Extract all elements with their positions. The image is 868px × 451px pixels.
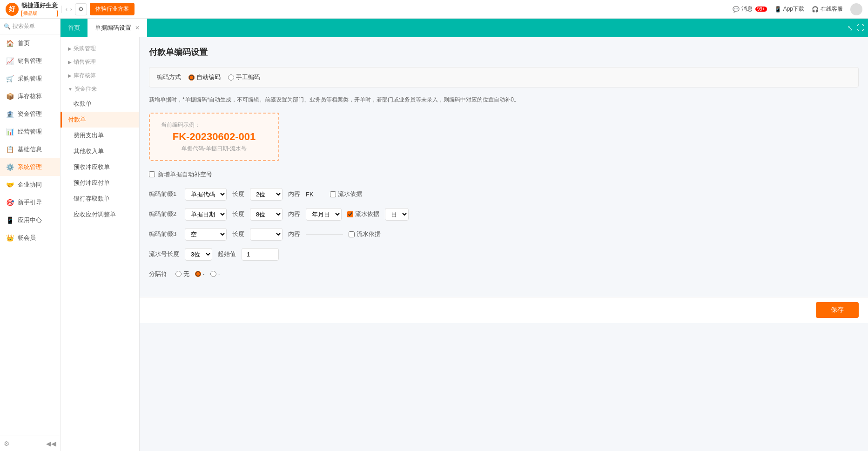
left-nav-other-income[interactable]: 其他收入单 [61, 143, 139, 159]
auto-fill-label: 新增单据自动补空号 [158, 170, 212, 179]
nav-forward[interactable]: › [70, 6, 72, 13]
prefix1-label: 编码前缀1 [149, 190, 179, 198]
code-preview-value: FK-20230602-001 [161, 131, 267, 143]
encoding-label: 编码方式 [157, 73, 181, 81]
length2-select[interactable]: 8位 6位 4位 [250, 208, 283, 221]
sidebar-item-apps[interactable]: 📱 应用中心 [0, 211, 60, 229]
left-nav-expense[interactable]: 费用支出单 [61, 128, 139, 143]
sidebar-item-enterprise[interactable]: 🤝 企业协同 [0, 176, 60, 194]
info-text: 新增单据时，*单据编码*自动生成，不可编辑。前缀设置为部门、业务员等档案类，开单… [149, 95, 859, 105]
sep-dot1-radio[interactable]: · [195, 270, 205, 277]
sidebar-item-finance[interactable]: 🏦 资金管理 [0, 105, 60, 123]
length1-select[interactable]: 2位 4位 6位 [250, 188, 283, 201]
auto-radio-input[interactable] [188, 74, 195, 81]
manual-encoding-radio[interactable]: 手工编码 [228, 73, 260, 81]
sidebar-item-guide[interactable]: 🎯 新手引导 [0, 194, 60, 211]
stream3-checkbox[interactable]: 流水依据 [349, 230, 381, 238]
stream2-checkbox[interactable]: 流水依据 [347, 210, 379, 218]
content2-label: 内容 [288, 210, 300, 218]
service-button[interactable]: 🎧 在线客服 [812, 5, 843, 13]
serial-length-select[interactable]: 3位 4位 5位 6位 [185, 248, 212, 261]
left-nav-payment[interactable]: 付款单 [61, 112, 139, 128]
sidebar-search[interactable]: 🔍 搜索菜单 [0, 19, 60, 34]
stream2-input[interactable] [347, 211, 353, 217]
left-nav-receipt[interactable]: 收款单 [61, 96, 139, 112]
length3-label: 长度 [232, 230, 244, 238]
apps-icon: 📱 [6, 216, 14, 224]
save-button[interactable]: 保存 [816, 302, 859, 318]
auto-encoding-radio[interactable]: 自动编码 [188, 73, 221, 81]
top-bar-controls: ‹ › ⚙ 体验行业方案 [66, 3, 135, 15]
trial-button[interactable]: 体验行业方案 [90, 3, 135, 15]
left-nav-inventory[interactable]: ▶ 库存核算 [61, 69, 139, 82]
inventory-icon: 📦 [6, 92, 14, 101]
content1-label: 内容 [288, 190, 300, 198]
form-container: 付款单编码设置 编码方式 自动编码 手工编码 [140, 37, 868, 297]
form-area: 付款单编码设置 编码方式 自动编码 手工编码 [140, 37, 868, 451]
sidebar-item-operations[interactable]: 📊 经营管理 [0, 123, 60, 141]
left-nav-bank[interactable]: 银行存取款单 [61, 191, 139, 207]
arrow-right-icon: ▶ [68, 60, 72, 65]
settings-button[interactable]: ⚙ [75, 3, 87, 15]
sidebar-item-home[interactable]: 🏠 首页 [0, 34, 60, 52]
left-nav-advance-pay[interactable]: 预付冲应付单 [61, 175, 139, 191]
length3-select[interactable]: 2位 4位 [250, 228, 283, 241]
prefix2-select[interactable]: 单据日期 单据代码 部门 业务员 空 [185, 208, 227, 221]
sidebar-item-purchase[interactable]: 🛒 采购管理 [0, 70, 60, 88]
serial-length-label: 流水号长度 [149, 250, 179, 258]
prefix1-select[interactable]: 单据代码 部门 业务员 空 [185, 188, 227, 201]
sep-dot2-radio[interactable]: · [210, 270, 220, 277]
nav-back[interactable]: ‹ [66, 6, 67, 13]
serial-start-label: 起始值 [218, 250, 236, 258]
message-badge: 99+ [755, 7, 767, 12]
length1-label: 长度 [232, 190, 244, 198]
sep-none-input[interactable] [175, 271, 182, 277]
left-nav-purchase[interactable]: ▶ 采购管理 [61, 42, 139, 55]
user-avatar[interactable] [850, 3, 862, 15]
service-icon: 🎧 [812, 6, 819, 13]
left-nav: ▶ 采购管理 ▶ 销售管理 ▶ 库存核算 ▼ 资金往来 收款单 [61, 37, 140, 451]
tab-expand-icon[interactable]: ⤡ [847, 24, 853, 33]
prefix3-select[interactable]: 空 单据代码 部门 业务员 [185, 228, 227, 241]
tab-close-icon[interactable]: ✕ [135, 25, 140, 31]
finance-icon: 🏦 [6, 110, 14, 118]
content2-select[interactable]: 年月日 年月 年 [306, 208, 342, 221]
sidebar-item-base[interactable]: 📋 基础信息 [0, 141, 60, 158]
encoding-method-row: 编码方式 自动编码 手工编码 [149, 67, 859, 88]
sidebar-item-system[interactable]: ⚙️ 系统管理 [0, 158, 60, 176]
left-nav-capital[interactable]: ▼ 资金往来 [61, 82, 139, 96]
tab-home[interactable]: 首页 [61, 19, 87, 37]
sep-none-radio[interactable]: 无 [175, 270, 189, 278]
code-preview-label: 当前编码示例： [161, 121, 267, 129]
tab-encoding[interactable]: 单据编码设置 ✕ [87, 19, 147, 37]
content3-label: 内容 [288, 230, 300, 238]
operations-icon: 📊 [6, 128, 14, 136]
sidebar-item-inventory[interactable]: 📦 库存核算 [0, 88, 60, 105]
app-download-button[interactable]: 📱 App下载 [774, 5, 804, 13]
sidebar-item-sales[interactable]: 📈 销售管理 [0, 52, 60, 70]
app-icon: 📱 [774, 6, 781, 13]
left-nav-advance-recv[interactable]: 预收冲应收单 [61, 159, 139, 175]
tab-fullscreen-icon[interactable]: ⛶ [857, 24, 864, 32]
stream1-input[interactable] [330, 191, 336, 197]
prefix3-label: 编码前缀3 [149, 230, 179, 238]
left-nav-sales[interactable]: ▶ 销售管理 [61, 55, 139, 69]
left-nav-ap-adjust[interactable]: 应收应付调整单 [61, 207, 139, 222]
stream1-checkbox[interactable]: 流水依据 [330, 190, 362, 198]
sidebar-item-member[interactable]: 👑 畅会员 [0, 229, 60, 247]
message-button[interactable]: 💬 消息 99+ [733, 5, 767, 13]
stream3-input[interactable] [349, 231, 355, 237]
length2-label: 长度 [232, 210, 244, 218]
manual-radio-input[interactable] [228, 74, 234, 81]
sidebar-settings-btn[interactable]: ⚙ [4, 440, 10, 447]
date-select[interactable]: 日 月 年 [385, 208, 409, 221]
top-bar-right: 💬 消息 99+ 📱 App下载 🎧 在线客服 [733, 3, 862, 15]
message-icon: 💬 [733, 6, 740, 13]
auto-fill-checkbox[interactable] [149, 171, 155, 177]
page-title: 付款单编码设置 [149, 47, 859, 58]
sidebar-collapse-btn[interactable]: ◀◀ [46, 440, 56, 447]
sep-dot2-input[interactable] [210, 271, 216, 277]
sep-dot1-input[interactable] [195, 271, 201, 277]
serial-start-input[interactable] [242, 248, 279, 261]
bottom-bar: 保存 [140, 297, 868, 323]
